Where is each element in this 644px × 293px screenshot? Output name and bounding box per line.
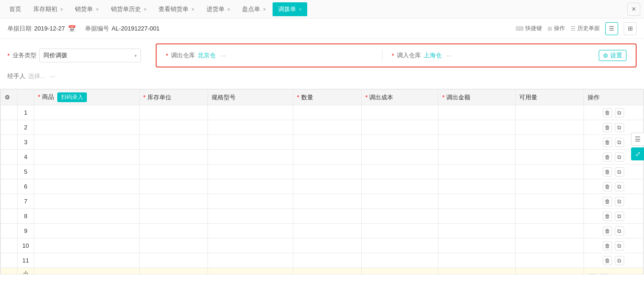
row-unit-cell[interactable] [140,224,208,238]
row-cost-cell[interactable] [361,135,438,150]
row-copy-button[interactable]: ⧉ [615,108,624,117]
row-unit-cell[interactable] [140,105,208,120]
row-qty-cell[interactable] [293,105,361,120]
tab-inventory-init[interactable]: 库存期初 × [28,2,68,16]
row-amount-cell[interactable] [438,209,515,224]
row-spec-cell[interactable] [207,238,293,253]
row11-amount-cell[interactable] [438,253,515,268]
operations-button[interactable]: ⊞ 操作 [547,24,565,32]
row-available-cell[interactable] [515,120,583,135]
tab-view-sales[interactable]: 查看销货单 × [153,2,200,16]
row-spec-cell[interactable] [207,224,293,238]
row-copy-button[interactable]: ⧉ [615,226,624,236]
row-cost-cell[interactable] [361,194,438,209]
subtotal-delete-icon[interactable]: 🗑 [588,274,597,274]
float-list-button[interactable]: ☰ [631,133,644,146]
row-delete-button[interactable]: 🗑 [603,123,612,132]
row-product-cell[interactable] [34,165,140,179]
warehouse-out-more-icon[interactable]: ··· [220,52,226,59]
row-qty-cell[interactable] [293,179,361,194]
row-available-cell[interactable] [515,105,583,120]
tab-stocktake-close[interactable]: × [263,6,266,12]
row11-cost-cell[interactable] [361,253,438,268]
row-qty-cell[interactable] [293,165,361,179]
th-gear[interactable]: ⚙ [1,90,18,105]
row-cost-cell[interactable] [361,238,438,253]
row11-unit-cell[interactable] [140,253,208,268]
row-cost-cell[interactable] [361,120,438,135]
row-spec-cell[interactable] [207,209,293,224]
tab-stocktake[interactable]: 盘点单 × [237,2,271,16]
row-copy-button[interactable]: ⧉ [615,182,624,191]
handler-value[interactable]: 选择... [28,72,45,80]
row-delete-button[interactable]: 🗑 [603,108,612,117]
row-qty-cell[interactable] [293,209,361,224]
float-expand-button[interactable]: ⤢ [631,147,644,160]
business-type-select[interactable]: 同价调拨 ▾ [39,49,141,62]
row-copy-button[interactable]: ⧉ [615,167,624,177]
row-product-cell[interactable] [34,135,140,150]
row-copy-button[interactable]: ⧉ [615,197,624,206]
tab-purchase[interactable]: 进货单 × [201,2,236,16]
row-spec-cell[interactable] [207,120,293,135]
row-amount-cell[interactable] [438,238,515,253]
row-delete-button[interactable]: 🗑 [603,138,612,147]
row-spec-cell[interactable] [207,194,293,209]
row-copy-button[interactable]: ⧉ [615,153,624,162]
row-product-cell[interactable] [34,194,140,209]
row-product-cell[interactable] [34,238,140,253]
row-available-cell[interactable] [515,209,583,224]
row-copy-button[interactable]: ⧉ [615,212,624,221]
subtotal-copy-icon[interactable]: ⧉ [600,274,609,274]
row-amount-cell[interactable] [438,179,515,194]
row-delete-button[interactable]: 🗑 [603,182,612,191]
warehouse-in-value[interactable]: 上海仓 [424,51,442,60]
tab-sales-history[interactable]: 销货单历史 × [105,2,152,16]
shortcuts-button[interactable]: ⌨ 快捷键 [516,24,542,32]
row-unit-cell[interactable] [140,150,208,165]
row-qty-cell[interactable] [293,224,361,238]
row-spec-cell[interactable] [207,165,293,179]
row-cost-cell[interactable] [361,224,438,238]
row-spec-cell[interactable] [207,135,293,150]
row-available-cell[interactable] [515,150,583,165]
row-available-cell[interactable] [515,165,583,179]
row-amount-cell[interactable] [438,194,515,209]
tab-transfer-close[interactable]: × [299,6,302,12]
tab-purchase-close[interactable]: × [227,6,230,12]
calendar-icon[interactable]: 📅 [68,25,76,32]
row11-available-cell[interactable] [515,253,583,268]
table-scroll-area[interactable]: ⚙ * 商品 扫码录入 * 库存单位 规格型号 [0,89,644,274]
settings-button[interactable]: ⚙ 设置 [599,50,626,61]
row11-spec-cell[interactable] [207,253,293,268]
tab-view-sales-close[interactable]: × [191,6,194,12]
row-copy-button[interactable]: ⧉ [615,241,624,250]
row-unit-cell[interactable] [140,179,208,194]
row-amount-cell[interactable] [438,120,515,135]
grid-view-button[interactable]: ⊞ [624,22,637,35]
row-available-cell[interactable] [515,224,583,238]
row-unit-cell[interactable] [140,120,208,135]
row11-qty-cell[interactable] [293,253,361,268]
row-available-cell[interactable] [515,135,583,150]
row-qty-cell[interactable] [293,120,361,135]
row-qty-cell[interactable] [293,150,361,165]
row-product-cell[interactable] [34,120,140,135]
row-available-cell[interactable] [515,238,583,253]
row-amount-cell[interactable] [438,165,515,179]
row-copy-button[interactable]: ⧉ [615,123,624,132]
row-cost-cell[interactable] [361,105,438,120]
tab-transfer[interactable]: 调拨单 × [273,2,307,16]
row-spec-cell[interactable] [207,179,293,194]
row-cost-cell[interactable] [361,179,438,194]
warehouse-out-value[interactable]: 北京仓 [198,51,216,60]
scan-barcode-button[interactable]: 扫码录入 [57,92,87,102]
row-cost-cell[interactable] [361,209,438,224]
tab-sales-order[interactable]: 销货单 × [69,2,104,16]
row-unit-cell[interactable] [140,209,208,224]
list-view-button[interactable]: ☰ [605,22,618,35]
row-qty-cell[interactable] [293,194,361,209]
row-unit-cell[interactable] [140,135,208,150]
date-value[interactable]: 2019-12-27 [34,25,65,32]
row11-product-cell[interactable] [34,253,140,268]
